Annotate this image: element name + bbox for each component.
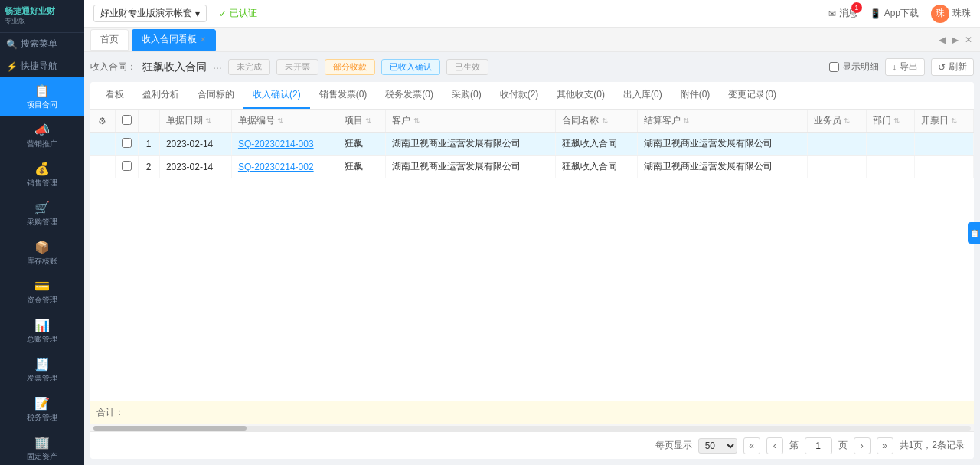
tab-kanban-label: 看板 xyxy=(106,89,124,100)
more-icon[interactable]: ··· xyxy=(213,61,222,74)
number-link[interactable]: SQ-20230214-002 xyxy=(238,162,314,172)
refresh-button[interactable]: ↺ 刷新 xyxy=(931,58,974,76)
company-name: 好业财专业版演示帐套 xyxy=(100,7,192,20)
settings-col-header[interactable]: ⚙ xyxy=(90,110,115,133)
open-date-col-header[interactable]: 开票日 ⇅ xyxy=(914,110,973,133)
department-col-header[interactable]: 部门 ⇅ xyxy=(867,110,915,133)
sidebar-quick-label: 快捷导航 xyxy=(21,60,57,73)
tab-payment[interactable]: 收付款(2) xyxy=(491,82,548,109)
salesperson-sort-icon[interactable]: ⇅ xyxy=(844,116,850,125)
sidebar-item-invoices[interactable]: 🧾 发票管理 xyxy=(0,351,84,390)
date-col-header[interactable]: 单据日期 ⇅ xyxy=(159,110,231,133)
company-selector[interactable]: 好业财专业版演示帐套 ▾ xyxy=(93,5,207,22)
department-sort-icon[interactable]: ⇅ xyxy=(893,116,900,125)
customer-col-header[interactable]: 客户 ⇅ xyxy=(386,110,556,133)
tab-home[interactable]: 首页 xyxy=(90,29,129,51)
select-all-checkbox[interactable] xyxy=(122,115,132,125)
tab-change-log[interactable]: 变更记录(0) xyxy=(719,82,786,109)
page-number-input[interactable] xyxy=(805,437,832,454)
row-checkbox-0[interactable] xyxy=(122,138,132,148)
customer-sort-icon[interactable]: ⇅ xyxy=(413,116,420,125)
sidebar-item-funds[interactable]: 💳 资金管理 xyxy=(0,273,84,312)
tab-purchase[interactable]: 采购(0) xyxy=(443,82,491,109)
app-download-button[interactable]: 📱 App下载 xyxy=(870,7,919,20)
tab-contract[interactable]: 收入合同看板 ✕ xyxy=(132,29,216,51)
tab-nav-next[interactable]: ▶ xyxy=(950,33,960,47)
page-next[interactable]: › xyxy=(854,437,871,454)
tab-kanban[interactable]: 看板 xyxy=(96,82,133,109)
show-detail-input[interactable] xyxy=(829,62,839,72)
tab-income-confirm[interactable]: 收入确认(2) xyxy=(243,82,310,109)
sidebar-item-quick-nav[interactable]: ⚡ 快捷导航 xyxy=(0,55,84,77)
sidebar-item-search[interactable]: 🔍 搜索菜单 xyxy=(0,33,84,55)
tab-income-confirm-label: 收入确认(2) xyxy=(253,89,301,100)
accounting-icon: 📊 xyxy=(34,318,50,332)
horizontal-scrollbar[interactable] xyxy=(90,424,974,431)
status-effective[interactable]: 已生效 xyxy=(446,59,488,75)
date-sort-icon[interactable]: ⇅ xyxy=(205,116,211,125)
open-date-sort-icon[interactable]: ⇅ xyxy=(951,116,957,125)
project-icon: 📋 xyxy=(34,84,50,98)
row-checkbox-1[interactable] xyxy=(122,161,132,171)
invoices-icon: 🧾 xyxy=(34,357,50,372)
number-cell[interactable]: SQ-20230214-002 xyxy=(231,156,338,178)
table-row[interactable]: 1 2023-02-14 SQ-20230214-003 狂飙 湖南卫视商业运营… xyxy=(90,133,974,156)
page-unit: 页 xyxy=(838,439,848,452)
sidebar-item-accounting[interactable]: 📊 总账管理 xyxy=(0,312,84,351)
table-footer: 合计： xyxy=(90,401,974,424)
total-info: 共1页，2条记录 xyxy=(900,439,965,452)
status-confirmed[interactable]: 已收入确认 xyxy=(381,59,440,75)
number-cell[interactable]: SQ-20230214-003 xyxy=(231,133,338,156)
sidebar-item-fixed-assets[interactable]: 🏢 固定资产 xyxy=(0,429,84,465)
settle-customer-col-header[interactable]: 结算客户 ⇅ xyxy=(638,110,808,133)
sidebar-item-marketing[interactable]: 📣 营销推广 xyxy=(0,116,84,156)
sidebar-item-purchase[interactable]: 🛒 采购管理 xyxy=(0,195,84,234)
status-uninvoiced[interactable]: 未开票 xyxy=(276,59,318,75)
sidebar-item-inventory[interactable]: 📦 库存核账 xyxy=(0,234,84,273)
page-first[interactable]: « xyxy=(743,437,760,454)
header-actions: 显示明细 ↓ 导出 ↺ 刷新 xyxy=(829,58,974,76)
show-detail-checkbox[interactable]: 显示明细 xyxy=(829,61,879,74)
table-row[interactable]: 2 2023-02-14 SQ-20230214-002 狂飙 湖南卫视商业运营… xyxy=(90,156,974,178)
tab-sales-invoice[interactable]: 销售发票(0) xyxy=(310,82,377,109)
status-incomplete[interactable]: 未完成 xyxy=(228,59,270,75)
status-partial[interactable]: 部分收款 xyxy=(325,59,375,75)
messages-button[interactable]: ✉ 1 消息 xyxy=(828,7,858,20)
user-menu[interactable]: 珠 珠珠 xyxy=(931,5,971,23)
inventory-icon: 📦 xyxy=(34,240,50,254)
contract-name-sort-icon[interactable]: ⇅ xyxy=(602,116,608,125)
settle-customer-sort-icon[interactable]: ⇅ xyxy=(683,116,689,125)
per-page-select[interactable]: 50 100 200 xyxy=(698,438,737,454)
tab-close-all[interactable]: ✕ xyxy=(963,33,974,47)
tab-attachment[interactable]: 附件(0) xyxy=(671,82,720,109)
scrollbar-thumb[interactable] xyxy=(93,426,247,431)
tab-tax-invoice[interactable]: 税务发票(0) xyxy=(376,82,443,109)
salesperson-col-header[interactable]: 业务员 ⇅ xyxy=(807,110,866,133)
number-link[interactable]: SQ-20230214-003 xyxy=(238,139,314,149)
page-prev[interactable]: ‹ xyxy=(766,437,783,454)
project-col-header[interactable]: 项目 ⇅ xyxy=(338,110,386,133)
open-date-cell xyxy=(914,156,973,178)
tab-profit[interactable]: 盈利分析 xyxy=(133,82,188,109)
sidebar-item-project[interactable]: 📋 项目合同 xyxy=(0,77,84,116)
number-col-header[interactable]: 单据编号 ⇅ xyxy=(231,110,338,133)
sidebar-item-tax[interactable]: 📝 税务管理 xyxy=(0,390,84,429)
tab-standard[interactable]: 合同标的 xyxy=(188,82,243,109)
tab-nav-prev[interactable]: ◀ xyxy=(937,33,947,47)
tab-out-warehouse[interactable]: 出入库(0) xyxy=(614,82,671,109)
tab-close-icon[interactable]: ✕ xyxy=(200,35,206,44)
checkbox-cell[interactable] xyxy=(115,133,138,156)
inner-tab-bar: 看板 盈利分析 合同标的 收入确认(2) 销售发票(0) 税务发票(0) xyxy=(90,82,974,110)
refresh-label: 刷新 xyxy=(949,61,967,74)
table-header-row: ⚙ 单据日期 ⇅ 单据编号 ⇅ 项目 ⇅ xyxy=(90,110,974,133)
tab-other-income[interactable]: 其他收支(0) xyxy=(547,82,614,109)
sidebar-item-sales[interactable]: 💰 销售管理 xyxy=(0,156,84,195)
contract-name-col-header[interactable]: 合同名称 ⇅ xyxy=(556,110,638,133)
export-button[interactable]: ↓ 导出 xyxy=(885,58,925,76)
checkbox-cell[interactable] xyxy=(115,156,138,178)
project-sort-icon[interactable]: ⇅ xyxy=(365,116,371,125)
number-sort-icon[interactable]: ⇅ xyxy=(277,116,283,125)
checkbox-col-header[interactable] xyxy=(115,110,138,133)
page-last[interactable]: » xyxy=(877,437,893,454)
right-sidebar-icon[interactable]: 📋 xyxy=(968,222,980,244)
